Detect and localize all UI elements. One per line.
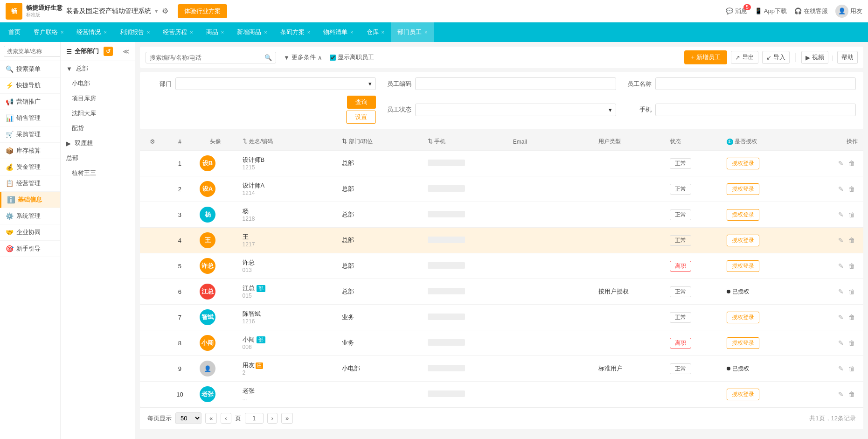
search-input[interactable]	[150, 54, 262, 61]
sidebar-menu-item[interactable]: 📋经营管理	[0, 175, 60, 192]
video-button[interactable]: ▶ 视频	[801, 51, 828, 64]
delete-button[interactable]: 🗑	[848, 237, 855, 244]
sidebar-menu-item[interactable]: ⚙️系统管理	[0, 208, 60, 224]
nav-item[interactable]: 经营情况×	[70, 22, 113, 42]
dept-tree-node[interactable]: 植树王三	[61, 166, 135, 181]
next-page-button[interactable]: ›	[267, 413, 278, 424]
nav-close-icon[interactable]: ×	[382, 29, 384, 35]
nav-close-icon[interactable]: ×	[424, 29, 427, 35]
dept-tree-node[interactable]: 配货	[61, 121, 135, 136]
auth-login-button[interactable]: 授权登录	[727, 260, 759, 272]
auth-login-button[interactable]: 授权登录	[727, 389, 759, 400]
app-download-button[interactable]: 📱 App下载	[755, 7, 787, 15]
gear-icon[interactable]: ⚙	[162, 7, 168, 15]
sidebar-search-input[interactable]	[4, 46, 61, 57]
nav-item[interactable]: 部门员工×	[391, 22, 434, 42]
dept-tree-node[interactable]: ▶双鹿想	[61, 136, 135, 151]
dept-refresh-button[interactable]: ↺	[104, 47, 113, 56]
filter-phone-input[interactable]	[655, 104, 856, 116]
nav-close-icon[interactable]: ×	[350, 29, 353, 35]
auth-login-button[interactable]: 授权登录	[727, 158, 759, 169]
edit-button[interactable]: ✎	[838, 211, 844, 218]
delete-button[interactable]: 🗑	[848, 314, 855, 321]
nav-close-icon[interactable]: ×	[104, 29, 106, 35]
message-button[interactable]: 💬 消息 5	[726, 7, 747, 15]
auth-login-button[interactable]: 授权登录	[727, 312, 759, 323]
show-resigned-checkbox[interactable]	[330, 55, 336, 61]
nav-close-icon[interactable]: ×	[61, 29, 63, 35]
query-button[interactable]: 查询	[347, 96, 376, 109]
first-page-button[interactable]: «	[205, 413, 217, 424]
auth-login-button[interactable]: 授权登录	[727, 209, 759, 221]
sidebar-menu-item[interactable]: 🤝企业协同	[0, 224, 60, 241]
nav-item[interactable]: 利润报告×	[113, 22, 156, 42]
prev-page-button[interactable]: ‹	[221, 413, 231, 424]
show-resigned-toggle[interactable]: 显示离职员工	[330, 53, 374, 62]
sidebar-menu-item[interactable]: 📢营销推广	[0, 94, 60, 110]
edit-button[interactable]: ✎	[838, 314, 844, 321]
nav-item[interactable]: 物料清单×	[317, 22, 360, 42]
nav-close-icon[interactable]: ×	[264, 29, 267, 35]
dropdown-arrow-icon[interactable]: ▾	[155, 7, 158, 14]
delete-button[interactable]: 🗑	[848, 390, 855, 398]
nav-close-icon[interactable]: ×	[307, 29, 310, 35]
nav-item[interactable]: 经营历程×	[156, 22, 199, 42]
nav-close-icon[interactable]: ×	[221, 29, 224, 35]
edit-button[interactable]: ✎	[838, 339, 844, 347]
sidebar-menu-item[interactable]: ℹ️基础信息	[0, 192, 60, 208]
nav-close-icon[interactable]: ×	[190, 29, 193, 35]
sidebar-menu-item[interactable]: 🔍搜索菜单	[0, 61, 60, 77]
auth-login-button[interactable]: 授权登录	[727, 183, 759, 195]
help-button[interactable]: 帮助	[837, 51, 858, 64]
dept-tree-node[interactable]: ▼总部	[61, 61, 135, 76]
delete-button[interactable]: 🗑	[848, 160, 855, 167]
sidebar-menu-item[interactable]: 🛒采购管理	[0, 126, 60, 143]
import-button[interactable]: ↙ 导入	[762, 51, 790, 64]
delete-button[interactable]: 🗑	[848, 211, 855, 218]
page-input[interactable]	[245, 413, 264, 424]
export-button[interactable]: ↗ 导出	[731, 51, 758, 64]
filter-empcode-input[interactable]	[415, 77, 616, 90]
filter-empname-input[interactable]	[655, 77, 856, 90]
filter-dept-select[interactable]: ▾	[175, 77, 376, 90]
add-employee-button[interactable]: + 新增员工	[684, 50, 727, 64]
filter-status-select[interactable]: ▾	[415, 104, 616, 116]
delete-button[interactable]: 🗑	[848, 262, 855, 270]
nav-item[interactable]: 仓库×	[360, 22, 391, 42]
edit-button[interactable]: ✎	[838, 390, 844, 398]
delete-button[interactable]: 🗑	[848, 288, 855, 295]
auth-login-button[interactable]: 授权登录	[727, 337, 759, 349]
nav-item[interactable]: 新增商品×	[230, 22, 273, 42]
auth-login-button[interactable]: 授权登录	[727, 235, 759, 246]
edit-button[interactable]: ✎	[838, 288, 844, 295]
nav-item[interactable]: 商品×	[200, 22, 230, 42]
dept-tree-node[interactable]: 沈阳大库	[61, 106, 135, 121]
sidebar-menu-item[interactable]: ⚡快捷导航	[0, 77, 60, 94]
edit-button[interactable]: ✎	[838, 237, 844, 244]
reset-button[interactable]: 设置	[346, 111, 376, 124]
collapse-button[interactable]: ≪	[123, 48, 129, 55]
per-page-select[interactable]: 50 20 100	[175, 412, 201, 424]
sidebar-menu-item[interactable]: 🎯新手引导	[0, 241, 60, 257]
delete-button[interactable]: 🗑	[848, 185, 855, 193]
sidebar-menu-item[interactable]: 📦库存核算	[0, 143, 60, 159]
dept-tree-node[interactable]: 项目库房	[61, 91, 135, 106]
user-menu[interactable]: 👤 用友	[835, 5, 862, 18]
edit-button[interactable]: ✎	[838, 185, 844, 193]
sidebar-menu-item[interactable]: 📊销售管理	[0, 110, 60, 126]
nav-close-icon[interactable]: ×	[147, 29, 150, 35]
col-settings[interactable]: ⚙	[140, 133, 166, 151]
dept-tree-node[interactable]: 总部	[61, 151, 135, 166]
nav-item[interactable]: 客户联络×	[27, 22, 70, 42]
more-filter-button[interactable]: ▼ 更多条件 ∧	[280, 51, 326, 63]
last-page-button[interactable]: »	[281, 413, 293, 424]
edit-button[interactable]: ✎	[838, 262, 844, 270]
edit-button[interactable]: ✎	[838, 160, 844, 167]
trial-button[interactable]: 体验行业方案	[178, 4, 227, 18]
online-service-button[interactable]: 🎧 在线客服	[794, 7, 828, 15]
nav-item[interactable]: 首页	[2, 22, 27, 42]
edit-button[interactable]: ✎	[838, 365, 844, 372]
sidebar-menu-item[interactable]: 💰资金管理	[0, 159, 60, 175]
dept-tree-node[interactable]: 小电部	[61, 76, 135, 91]
nav-item[interactable]: 条码方案×	[274, 22, 317, 42]
